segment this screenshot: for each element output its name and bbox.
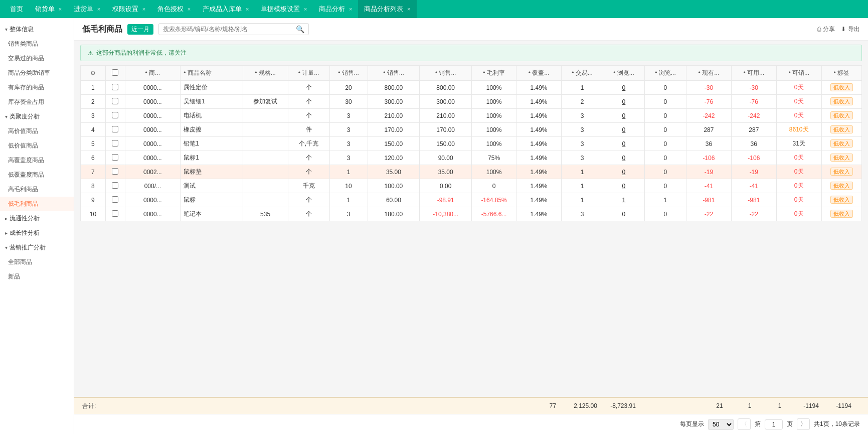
close-icon[interactable]: × bbox=[142, 6, 145, 12]
row-checkbox[interactable] bbox=[112, 84, 118, 90]
row-browse1[interactable]: 0 bbox=[603, 81, 644, 95]
per-page-select[interactable]: 50 100 200 bbox=[708, 419, 734, 430]
sidebar-item-traded-products[interactable]: 交易过的商品 bbox=[0, 51, 74, 66]
nav-role-auth[interactable]: 角色授权 × bbox=[151, 0, 197, 18]
sales-col-header[interactable]: • 销售... bbox=[420, 66, 472, 81]
close-icon[interactable]: × bbox=[59, 6, 62, 12]
nav-product-entry[interactable]: 产成品入库单 × bbox=[197, 0, 255, 18]
sidebar-item-high-margin[interactable]: 高毛利商品 bbox=[0, 182, 74, 197]
sidebar-item-in-stock[interactable]: 有库存的商品 bbox=[0, 80, 74, 95]
row-browse1[interactable]: 0 bbox=[603, 179, 644, 193]
row-browse1[interactable]: 0 bbox=[603, 137, 644, 151]
row-checkbox[interactable] bbox=[112, 196, 118, 203]
table-row: 3 0000... 电话机 个 3 210.00 210.00 100% 1.4… bbox=[81, 109, 862, 123]
code-col-header[interactable]: • 商... bbox=[125, 66, 181, 81]
row-browse1[interactable]: 0 bbox=[603, 165, 644, 179]
row-sale-stock: 0天 bbox=[776, 193, 821, 207]
sidebar-group-cluster[interactable]: ▾ 类聚度分析 bbox=[0, 109, 74, 124]
row-gross-rate: 100% bbox=[472, 123, 516, 137]
row-checkbox[interactable] bbox=[112, 154, 118, 161]
row-checkbox-cell[interactable] bbox=[105, 123, 125, 137]
row-checkbox-cell[interactable] bbox=[105, 165, 125, 179]
row-checkbox-cell[interactable] bbox=[105, 151, 125, 165]
sidebar-item-new-products[interactable]: 新品 bbox=[0, 269, 74, 284]
sidebar-item-category-sales[interactable]: 商品分类助销率 bbox=[0, 66, 74, 80]
export-button[interactable]: ⬇ 导出 bbox=[841, 25, 860, 34]
sidebar-item-low-value[interactable]: 低价值商品 bbox=[0, 138, 74, 153]
sidebar-item-low-coverage[interactable]: 低覆盖度商品 bbox=[0, 168, 74, 182]
browse2-col-header[interactable]: • 浏览... bbox=[644, 66, 686, 81]
close-icon[interactable]: × bbox=[97, 6, 100, 12]
qty-col-header[interactable]: • 销售... bbox=[329, 66, 368, 81]
nav-template-setting[interactable]: 单据模板设置 × bbox=[255, 0, 313, 18]
trade-col-header[interactable]: • 交易... bbox=[561, 66, 603, 81]
row-checkbox[interactable] bbox=[112, 126, 118, 132]
row-browse1[interactable]: 0 bbox=[603, 207, 644, 221]
row-checkbox-cell[interactable] bbox=[105, 207, 125, 221]
row-checkbox[interactable] bbox=[112, 182, 118, 189]
sale-stock-col-header[interactable]: • 可销... bbox=[776, 66, 821, 81]
sidebar-item-high-coverage[interactable]: 高覆盖度商品 bbox=[0, 153, 74, 168]
sidebar-group-circulation-label: 流通性分析 bbox=[10, 214, 40, 223]
sidebar-group-marketing[interactable]: ▾ 营销推广分析 bbox=[0, 240, 74, 255]
close-icon[interactable]: × bbox=[188, 6, 191, 12]
search-icon[interactable]: 🔍 bbox=[296, 25, 304, 33]
row-checkbox[interactable] bbox=[112, 140, 118, 147]
name-col-header[interactable]: • 商品名称 bbox=[181, 66, 243, 81]
nav-home[interactable]: 首页 bbox=[4, 0, 29, 18]
row-browse1[interactable]: 0 bbox=[603, 109, 644, 123]
next-page-button[interactable]: 〉 bbox=[797, 418, 810, 430]
nav-sales-order[interactable]: 销货单 × bbox=[29, 0, 68, 18]
sidebar-group-overall[interactable]: ▾ 整体信息 bbox=[0, 22, 74, 37]
select-all-checkbox[interactable] bbox=[112, 69, 118, 76]
row-name: 鼠标1 bbox=[181, 151, 243, 165]
browse1-col-header[interactable]: • 浏览... bbox=[603, 66, 644, 81]
row-checkbox[interactable] bbox=[112, 168, 118, 175]
row-browse1[interactable]: 0 bbox=[603, 123, 644, 137]
row-checkbox-cell[interactable] bbox=[105, 193, 125, 207]
unit-col-header[interactable]: • 计量... bbox=[288, 66, 329, 81]
row-checkbox-cell[interactable] bbox=[105, 137, 125, 151]
sidebar-item-low-margin[interactable]: 低毛利商品 bbox=[0, 197, 74, 211]
row-checkbox[interactable] bbox=[112, 112, 118, 118]
current-stock-col-header[interactable]: • 现有... bbox=[686, 66, 731, 81]
page-number-input[interactable] bbox=[765, 419, 783, 429]
sidebar-group-growth[interactable]: ▸ 成长性分析 bbox=[0, 226, 74, 240]
tag-col-header[interactable]: • 标签 bbox=[821, 66, 861, 81]
settings-icon[interactable]: ⚙ bbox=[90, 70, 96, 77]
sidebar-item-stock-capital[interactable]: 库存资金占用 bbox=[0, 95, 74, 109]
row-checkbox[interactable] bbox=[112, 98, 118, 104]
spec-col-header[interactable]: • 规格... bbox=[243, 66, 288, 81]
row-checkbox[interactable] bbox=[112, 210, 118, 217]
row-browse1[interactable]: 0 bbox=[603, 95, 644, 109]
row-checkbox-cell[interactable] bbox=[105, 95, 125, 109]
row-gross-rate: 0 bbox=[472, 179, 516, 193]
cover-rate-col-header[interactable]: • 覆盖... bbox=[516, 66, 562, 81]
sidebar-item-high-value[interactable]: 高价值商品 bbox=[0, 124, 74, 138]
date-tag-button[interactable]: 近一月 bbox=[127, 24, 153, 35]
avail-stock-col-header[interactable]: • 可用... bbox=[731, 66, 776, 81]
gross-rate-col-header[interactable]: • 毛利率 bbox=[472, 66, 516, 81]
row-checkbox-cell[interactable] bbox=[105, 81, 125, 95]
row-browse1[interactable]: 0 bbox=[603, 151, 644, 165]
nav-product-analysis[interactable]: 商品分析 × bbox=[313, 0, 358, 18]
close-icon[interactable]: × bbox=[246, 6, 249, 12]
close-icon[interactable]: × bbox=[349, 6, 352, 12]
prev-page-button[interactable]: 〈 bbox=[738, 418, 751, 430]
nav-analysis-list[interactable]: 商品分析列表 × bbox=[358, 0, 416, 18]
close-icon[interactable]: × bbox=[304, 6, 307, 12]
sidebar-item-sales-products[interactable]: 销售类商品 bbox=[0, 37, 74, 51]
row-checkbox-cell[interactable] bbox=[105, 109, 125, 123]
search-input[interactable] bbox=[163, 26, 296, 33]
nav-purchase-order[interactable]: 进货单 × bbox=[68, 0, 106, 18]
sidebar-group-circulation[interactable]: ▸ 流通性分析 bbox=[0, 211, 74, 226]
checkbox-col-header bbox=[105, 66, 125, 81]
close-icon[interactable]: × bbox=[407, 6, 410, 12]
nav-permission[interactable]: 权限设置 × bbox=[106, 0, 151, 18]
row-avail-stock: 36 bbox=[731, 137, 776, 151]
price-col-header[interactable]: • 销售... bbox=[368, 66, 420, 81]
row-browse1[interactable]: 1 bbox=[603, 193, 644, 207]
sidebar-item-all-products[interactable]: 全部商品 bbox=[0, 255, 74, 269]
row-checkbox-cell[interactable] bbox=[105, 179, 125, 193]
share-button[interactable]: ⎙ 分享 bbox=[817, 25, 835, 34]
